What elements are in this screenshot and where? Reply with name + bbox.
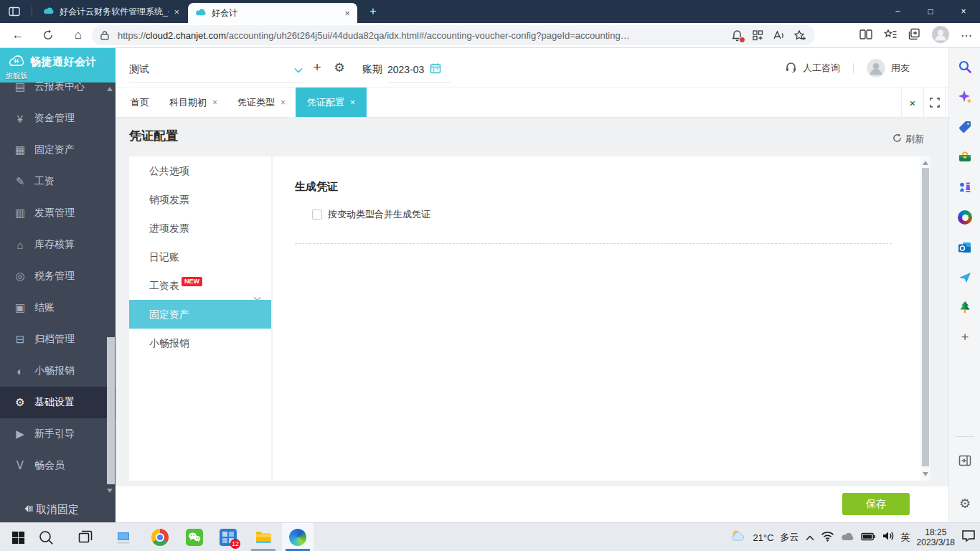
- tab-voucher-config[interactable]: 凭证配置×: [296, 88, 367, 117]
- address-bar[interactable]: https://cloud2.chanjet.com/accounting/uh…: [92, 25, 815, 45]
- sidebar-item-fixed-assets[interactable]: ▦固定资产: [0, 134, 116, 166]
- start-button[interactable]: [9, 529, 27, 546]
- account-settings-icon[interactable]: ⚙: [333, 61, 346, 75]
- device-app-icon[interactable]: [115, 529, 132, 546]
- checkbox[interactable]: [312, 209, 322, 220]
- more-menu-icon[interactable]: ⋯: [961, 29, 973, 42]
- tools-icon[interactable]: [956, 149, 974, 166]
- tree-icon[interactable]: [956, 298, 974, 316]
- period-picker[interactable]: 2023-03: [387, 57, 451, 83]
- search-icon[interactable]: [956, 58, 974, 75]
- tab-home[interactable]: 首页: [121, 88, 159, 117]
- battery-icon[interactable]: [861, 531, 875, 544]
- close-button[interactable]: ×: [947, 0, 980, 23]
- weather-icon[interactable]: [730, 528, 747, 547]
- drop-icon[interactable]: [956, 269, 974, 286]
- file-explorer-icon[interactable]: [255, 529, 272, 546]
- copilot-icon[interactable]: [956, 88, 974, 105]
- submenu-item-salary-sheet[interactable]: 工资表NEW: [129, 271, 271, 300]
- tab-voucher-type[interactable]: 凭证类型×: [227, 88, 296, 117]
- profile-avatar[interactable]: [932, 26, 949, 46]
- sidebar-item-funds[interactable]: ¥资金管理: [0, 103, 116, 134]
- clock[interactable]: 18:25 2023/3/18: [917, 527, 955, 547]
- shopping-icon[interactable]: [956, 118, 974, 136]
- minimize-button[interactable]: −: [881, 0, 914, 23]
- chrome-icon[interactable]: [151, 529, 169, 546]
- task-view-button[interactable]: [77, 529, 94, 546]
- save-button[interactable]: 保存: [842, 493, 910, 515]
- home-button[interactable]: ⌂: [70, 28, 86, 42]
- sidebar-scroll-down-button[interactable]: [107, 489, 113, 493]
- sidebar-item-invoice[interactable]: ▥发票管理: [0, 197, 116, 229]
- content-scrollbar[interactable]: [920, 156, 930, 481]
- submenu-item-purchase-invoice[interactable]: 进项发票: [129, 214, 271, 242]
- tab-close-icon[interactable]: ×: [212, 98, 217, 108]
- wifi-icon[interactable]: [821, 531, 834, 545]
- volume-icon[interactable]: [882, 530, 895, 545]
- new-tab-button[interactable]: +: [366, 4, 380, 19]
- notifications-blocked-icon[interactable]: [731, 29, 743, 42]
- tab-close-icon[interactable]: ×: [174, 6, 179, 17]
- support-link[interactable]: 人工咨询: [803, 62, 840, 75]
- grid-app-icon[interactable]: 12: [220, 529, 237, 546]
- sidebar-scrollbar-thumb[interactable]: [107, 337, 115, 484]
- onedrive-icon[interactable]: [841, 531, 854, 544]
- collections-icon[interactable]: [908, 28, 920, 43]
- user-avatar[interactable]: [867, 59, 885, 77]
- tray-expand-icon[interactable]: [806, 531, 814, 544]
- maximize-button[interactable]: □: [914, 0, 947, 23]
- weather-desc[interactable]: 多云: [781, 531, 799, 544]
- reload-button[interactable]: [40, 29, 56, 44]
- submenu-item-common-options[interactable]: 公共选项: [129, 156, 271, 185]
- input-lang-indicator[interactable]: 英: [901, 531, 910, 544]
- sidebar-item-inventory[interactable]: ⌂库存核算: [0, 229, 116, 260]
- sidebar-item-salary[interactable]: ✎工资: [0, 166, 116, 197]
- unpin-sidebar-button[interactable]: 取消固定: [23, 503, 79, 517]
- wechat-icon[interactable]: [186, 529, 203, 546]
- sidebar-scroll-up-button[interactable]: [107, 87, 113, 91]
- action-center-icon[interactable]: [961, 529, 976, 545]
- sidebar-item-archive[interactable]: ⊟归档管理: [0, 324, 116, 355]
- user-name[interactable]: 用友: [891, 62, 910, 75]
- sidebar-item-report-center[interactable]: ▤云报表中心: [0, 83, 116, 103]
- sidebar-item-settings[interactable]: ⚙基础设置: [0, 387, 116, 418]
- tab-close-icon[interactable]: ×: [350, 98, 355, 108]
- browser-tab-active[interactable]: 好会计 ×: [188, 3, 357, 23]
- url-text[interactable]: https://cloud2.chanjet.com/accounting/uh…: [118, 30, 722, 41]
- submenu-item-fixed-assets[interactable]: 固定资产: [129, 300, 271, 329]
- sidebar-item-member[interactable]: Ⅴ畅会员: [0, 450, 116, 481]
- scroll-down-button[interactable]: [923, 472, 928, 476]
- submenu-item-sales-invoice[interactable]: 销项发票: [129, 185, 271, 214]
- account-select[interactable]: 测试: [129, 57, 303, 83]
- scrollbar-thumb[interactable]: [922, 168, 929, 466]
- close-all-tabs-button[interactable]: ×: [901, 88, 923, 118]
- add-favorite-icon[interactable]: [793, 29, 806, 42]
- browser-tab-inactive[interactable]: 好会计云财务软件管理系统_会计 ×: [37, 0, 185, 23]
- rail-add-icon[interactable]: +: [956, 329, 974, 346]
- split-screen-icon[interactable]: [859, 29, 872, 43]
- weather-temp[interactable]: 21°C: [753, 532, 774, 543]
- office-icon[interactable]: [956, 209, 974, 226]
- favorites-icon[interactable]: [884, 29, 897, 43]
- edge-icon[interactable]: [289, 529, 306, 546]
- sidebar-item-guide[interactable]: ▶新手引导: [0, 418, 116, 450]
- merge-voucher-option[interactable]: 按变动类型合并生成凭证: [312, 208, 430, 221]
- panel-toggle-icon[interactable]: [956, 452, 974, 469]
- read-aloud-icon[interactable]: [773, 29, 785, 42]
- taskbar-search-button[interactable]: [37, 529, 55, 546]
- scroll-up-button[interactable]: [923, 161, 928, 165]
- apps-grid-icon[interactable]: [752, 29, 764, 42]
- add-account-button[interactable]: +: [311, 60, 324, 75]
- rail-settings-icon[interactable]: ⚙: [956, 495, 974, 512]
- sidebar-item-reimburse[interactable]: ◐小畅报销: [0, 355, 116, 387]
- games-icon[interactable]: [956, 179, 974, 196]
- outlook-icon[interactable]: [956, 239, 974, 256]
- back-button[interactable]: ←: [10, 28, 26, 42]
- tab-close-icon[interactable]: ×: [281, 98, 286, 108]
- fullscreen-button[interactable]: [923, 88, 946, 118]
- sidebar-item-closing[interactable]: ▣结账: [0, 292, 116, 324]
- tab-subject-opening[interactable]: 科目期初×: [159, 88, 227, 117]
- sidebar-item-tax[interactable]: ◎税务管理: [0, 260, 116, 292]
- tab-close-icon[interactable]: ×: [344, 8, 350, 19]
- submenu-item-reimburse[interactable]: 小畅报销: [129, 329, 271, 357]
